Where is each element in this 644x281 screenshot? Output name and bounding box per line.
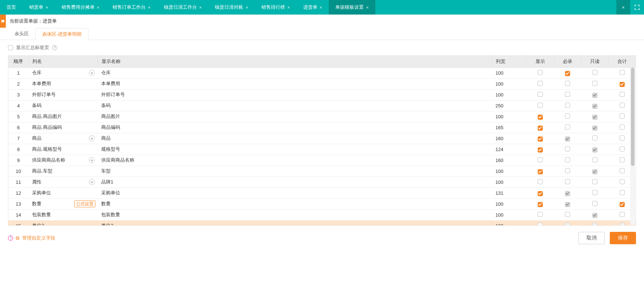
table-row[interactable]: 5商品.商品图片商品图片100 (8, 111, 636, 122)
cell-display[interactable]: 车型 (98, 166, 492, 177)
cell-width[interactable]: 100 (492, 78, 526, 89)
close-all-tabs-icon[interactable]: × (616, 0, 630, 15)
add-icon[interactable]: + (89, 157, 95, 163)
checkbox-required[interactable] (565, 81, 570, 86)
checkbox-total[interactable] (620, 114, 625, 119)
top-tab-2[interactable]: 销售费用分摊单× (55, 0, 106, 15)
cell-width[interactable]: 165 (492, 122, 526, 133)
cell-display[interactable]: 供应商商品名称 (98, 155, 492, 166)
checkbox-required[interactable] (565, 168, 570, 173)
tab-close-icon[interactable]: × (245, 5, 248, 10)
tab-close-icon[interactable]: × (287, 5, 290, 10)
help-icon[interactable]: ? (52, 45, 57, 50)
top-tab-0[interactable]: 首页 (0, 0, 23, 15)
cell-display[interactable]: 外部订单号 (98, 89, 492, 100)
table-row[interactable]: 9供应商商品名称+供应商商品名称160 (8, 155, 636, 166)
checkbox-show[interactable] (538, 92, 543, 97)
top-tab-6[interactable]: 销售排行榜× (255, 0, 297, 15)
add-icon[interactable]: + (89, 70, 95, 76)
table-row[interactable]: 7商品+商品160 (8, 133, 636, 144)
cell-display[interactable]: 采购单位 (98, 187, 492, 198)
cell-width[interactable]: 100 (492, 198, 526, 209)
table-row[interactable]: 10商品.车型车型100 (8, 166, 636, 177)
table-row[interactable]: 8商品.规格型号规格型号124 (8, 144, 636, 155)
cell-width[interactable]: 100 (492, 111, 526, 122)
cell-width[interactable]: 131 (492, 187, 526, 198)
checkbox-show[interactable] (538, 126, 543, 131)
checkbox-required[interactable] (565, 179, 570, 184)
checkbox-show[interactable] (538, 212, 543, 217)
cancel-button[interactable]: 取消 (578, 232, 605, 244)
checkbox-readonly[interactable] (592, 201, 597, 206)
checkbox-show[interactable] (538, 70, 543, 75)
checkbox-required[interactable] (565, 157, 570, 162)
help-icon[interactable]: ? (8, 236, 13, 241)
scrollbar-thumb[interactable] (631, 68, 635, 166)
table-row[interactable]: 14包装数量包装数量100 (8, 209, 636, 220)
table-row[interactable]: 4条码条码250 (8, 100, 636, 111)
cell-width[interactable]: 100 (492, 89, 526, 100)
table-row[interactable]: 12采购单位采购单位131 (8, 187, 636, 198)
checkbox-total[interactable] (620, 70, 625, 75)
checkbox-required[interactable] (565, 71, 570, 76)
cell-display[interactable]: 仓库 (98, 67, 492, 78)
checkbox-total[interactable] (620, 103, 625, 108)
checkbox-show[interactable] (538, 136, 543, 142)
checkbox-show[interactable] (538, 191, 543, 196)
cell-width[interactable]: 124 (492, 144, 526, 155)
section-tab-0[interactable]: 表头区 (8, 28, 35, 40)
table-row[interactable]: 3外部订单号外部订单号100 (8, 89, 636, 100)
cell-display[interactable]: 本单费用 (98, 78, 492, 89)
save-button[interactable]: 保存 (610, 232, 636, 244)
checkbox-show[interactable] (538, 179, 543, 184)
checkbox-show[interactable] (538, 157, 543, 162)
table-row[interactable]: 1仓库+仓库100 (8, 67, 636, 78)
add-icon[interactable]: + (89, 135, 95, 141)
table-row[interactable]: 15单位2单位2100 (8, 220, 636, 225)
cell-width[interactable]: 100 (492, 220, 526, 225)
checkbox-total[interactable] (620, 124, 625, 130)
vertical-scrollbar[interactable] (630, 68, 635, 225)
cell-display[interactable]: 单位2 (98, 220, 492, 225)
checkbox-readonly[interactable] (592, 157, 597, 162)
checkbox-show[interactable] (538, 223, 543, 225)
cell-display[interactable]: 规格型号 (98, 144, 492, 155)
cell-width[interactable]: 100 (492, 177, 526, 187)
top-tab-8[interactable]: 单据模板设置× (329, 0, 375, 15)
checkbox-readonly[interactable] (592, 81, 597, 86)
checkbox-show[interactable] (538, 81, 543, 86)
checkbox-readonly[interactable] (592, 135, 597, 140)
tab-close-icon[interactable]: × (148, 5, 151, 10)
tab-close-icon[interactable]: × (97, 5, 100, 10)
checkbox-total[interactable] (620, 135, 625, 140)
checkbox-total[interactable] (620, 157, 625, 162)
table-row[interactable]: 2本单费用本单费用100 (8, 78, 636, 89)
checkbox-show[interactable] (538, 103, 543, 108)
manage-custom-fields-link[interactable]: ? 管理自定义字段 (8, 235, 55, 241)
checkbox-required[interactable] (565, 146, 570, 151)
top-tab-1[interactable]: 销货单× (23, 0, 55, 15)
tab-close-icon[interactable]: × (366, 5, 369, 10)
cell-width[interactable]: 100 (492, 209, 526, 220)
tab-close-icon[interactable]: × (46, 5, 48, 10)
checkbox-required[interactable] (565, 114, 570, 119)
checkbox-readonly[interactable] (592, 70, 597, 75)
cell-width[interactable]: 100 (492, 166, 526, 177)
checkbox-required[interactable] (565, 103, 570, 108)
cell-display[interactable]: 包装数量 (98, 209, 492, 220)
cell-display[interactable]: 商品 (98, 133, 492, 144)
checkbox-total[interactable] (620, 92, 625, 97)
top-tab-4[interactable]: 钱货日清工作台× (157, 0, 209, 15)
checkbox-show[interactable] (538, 115, 543, 120)
checkbox-readonly[interactable] (592, 190, 597, 195)
checkbox-required[interactable] (565, 92, 570, 97)
checkbox-show[interactable] (538, 147, 543, 153)
checkbox-total[interactable] (620, 202, 625, 207)
show-summary-checkbox[interactable] (8, 45, 13, 50)
checkbox-required[interactable] (565, 212, 570, 217)
cell-width[interactable]: 250 (492, 100, 526, 111)
cell-display[interactable]: 品牌1 (98, 177, 492, 187)
checkbox-required[interactable] (565, 124, 570, 130)
tab-close-icon[interactable]: × (320, 5, 323, 10)
tab-close-icon[interactable]: × (199, 5, 202, 10)
